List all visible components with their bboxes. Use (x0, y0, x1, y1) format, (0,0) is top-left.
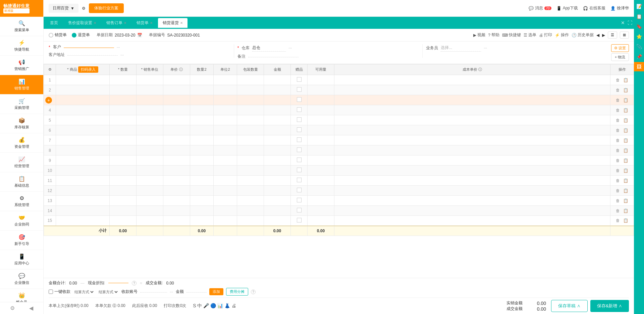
available-cell-12[interactable] (308, 186, 334, 196)
qty-cell-7[interactable] (110, 135, 137, 145)
copy-icon-9[interactable]: 📋 (623, 158, 628, 163)
radio-return[interactable]: 退货单 (72, 32, 90, 38)
discount-value[interactable] (108, 283, 128, 283)
copy-icon-6[interactable]: 📋 (623, 128, 628, 133)
shortcut-btn[interactable]: ⌨ 快捷键 (502, 32, 521, 38)
gift-checkbox-4[interactable] (297, 107, 302, 112)
product-cell-13[interactable] (56, 196, 110, 206)
unit-price-cell-11[interactable] (163, 176, 190, 186)
unit-price-cell-7[interactable] (163, 135, 190, 145)
sidebar-item-guide[interactable]: 🎯新手引导 (0, 231, 43, 250)
app-download-button[interactable]: 📱 App下载 (556, 5, 578, 11)
amount-cell-4[interactable] (264, 105, 291, 115)
unit2-cell-2[interactable] (214, 85, 237, 95)
unit2-cell-11[interactable] (214, 176, 237, 186)
sidebar-item-inventory[interactable]: 📦库存核算 (0, 114, 43, 133)
toolbar-icon-3[interactable]: 🎤 (203, 303, 209, 309)
amount-cell-11[interactable] (264, 176, 291, 186)
pack-qty-cell-9[interactable] (237, 155, 264, 166)
gift-checkbox-9[interactable] (297, 158, 302, 162)
tab-home[interactable]: 首页 (45, 18, 63, 28)
salesperson-select-btn[interactable]: ··· (484, 46, 487, 50)
tab-close-sales-return[interactable]: ✕ (180, 21, 183, 25)
amount-cell-3[interactable] (264, 95, 291, 105)
gift-checkbox-10[interactable] (297, 168, 302, 172)
copy-icon-5[interactable]: 📋 (623, 118, 628, 123)
cost-price-cell-11[interactable] (334, 176, 610, 186)
copy-icon-13[interactable]: 📋 (623, 198, 628, 203)
nav-next[interactable]: ▶ (602, 33, 605, 38)
product-cell-9[interactable] (56, 155, 110, 166)
pack-qty-cell-15[interactable] (237, 216, 264, 226)
gift-cell-10[interactable] (291, 166, 308, 176)
settings-icon[interactable]: ⚙ (82, 6, 86, 11)
sidebar-item-shortcut[interactable]: ⚡快捷导航 (0, 36, 43, 56)
qty-cell-1[interactable] (110, 75, 137, 85)
copy-icon-14[interactable]: 📋 (623, 208, 628, 213)
gift-cell-13[interactable] (291, 196, 308, 206)
qty-cell-10[interactable] (110, 166, 137, 176)
qty2-cell-14[interactable] (190, 206, 214, 216)
qty2-cell-12[interactable] (190, 186, 214, 196)
unit2-cell-5[interactable] (214, 115, 237, 125)
account-input[interactable] (140, 291, 167, 293)
pack-qty-cell-5[interactable] (237, 115, 264, 125)
sidebar-item-purchase[interactable]: 🛒采购管理 (0, 95, 43, 114)
product-cell-6[interactable] (56, 125, 110, 135)
product-cell-2[interactable] (56, 85, 110, 95)
amount-cell-6[interactable] (264, 125, 291, 135)
unit2-cell-4[interactable] (214, 105, 237, 115)
pack-qty-cell-3[interactable] (237, 95, 264, 105)
pack-qty-cell-13[interactable] (237, 196, 264, 206)
qty-cell-13[interactable] (110, 196, 137, 206)
sidebar-item-sales[interactable]: 📊销售管理 (0, 75, 43, 95)
sidebar-item-search[interactable]: 🔍搜索菜单 (0, 17, 43, 36)
cost-price-cell-1[interactable] (334, 75, 610, 85)
available-cell-5[interactable] (308, 115, 334, 125)
delete-icon-1[interactable]: 🗑 (616, 78, 620, 82)
scan-btn[interactable]: 扫码录入 (78, 66, 98, 73)
available-cell-1[interactable] (308, 75, 334, 85)
unit2-cell-10[interactable] (214, 166, 237, 176)
copy-icon-11[interactable]: 📋 (623, 178, 628, 183)
amount-input[interactable] (186, 291, 207, 293)
delete-icon-11[interactable]: 🗑 (616, 178, 620, 183)
cost-price-cell-13[interactable] (334, 196, 610, 206)
qty2-cell-10[interactable] (190, 166, 214, 176)
product-cell-7[interactable] (56, 135, 110, 145)
product-cell-4[interactable] (56, 105, 110, 115)
sidebar-item-operations[interactable]: 📈经营管理 (0, 153, 43, 172)
qty2-cell-13[interactable] (190, 196, 214, 206)
cost-price-cell-4[interactable] (334, 105, 610, 115)
qty-cell-2[interactable] (110, 85, 137, 95)
unit2-cell-15[interactable] (214, 216, 237, 226)
qty-cell-9[interactable] (110, 155, 137, 166)
copy-icon-3[interactable]: 📋 (623, 98, 628, 103)
help-icon[interactable]: ? (132, 281, 137, 286)
close-tab-icon[interactable]: ✕ (621, 20, 625, 25)
gift-cell-3[interactable] (291, 95, 308, 105)
qty2-cell-3[interactable] (190, 95, 214, 105)
toolbar-icon-6[interactable]: 👗 (224, 303, 230, 309)
product-cell-8[interactable] (56, 145, 110, 155)
copy-icon-10[interactable]: 📋 (623, 168, 628, 173)
product-cell-10[interactable] (56, 166, 110, 176)
unit2-cell-9[interactable] (214, 155, 237, 166)
pack-qty-cell-2[interactable] (237, 85, 264, 95)
address-input[interactable] (67, 54, 118, 56)
toolbar-icon-2[interactable]: 中 (197, 303, 202, 309)
unit-price-cell-4[interactable] (163, 105, 190, 115)
pack-qty-cell-8[interactable] (237, 145, 264, 155)
help-btn[interactable]: ? 帮助 (488, 32, 499, 38)
sidebar-item-wechat[interactable]: 💬企业微信 (0, 269, 43, 289)
pack-qty-cell-7[interactable] (237, 135, 264, 145)
warehouse-input[interactable]: 总仓 (252, 44, 286, 52)
gift-cell-5[interactable] (291, 115, 308, 125)
video-btn[interactable]: ▶ 视频 (473, 32, 485, 38)
fee-split-btn[interactable]: 费用分摊 (226, 288, 248, 296)
product-cell-5[interactable] (56, 115, 110, 125)
sales-unit-cell-2[interactable] (137, 85, 163, 95)
sales-unit-cell-4[interactable] (137, 105, 163, 115)
available-cell-6[interactable] (308, 125, 334, 135)
salesperson-input[interactable]: 选择... (441, 44, 481, 52)
